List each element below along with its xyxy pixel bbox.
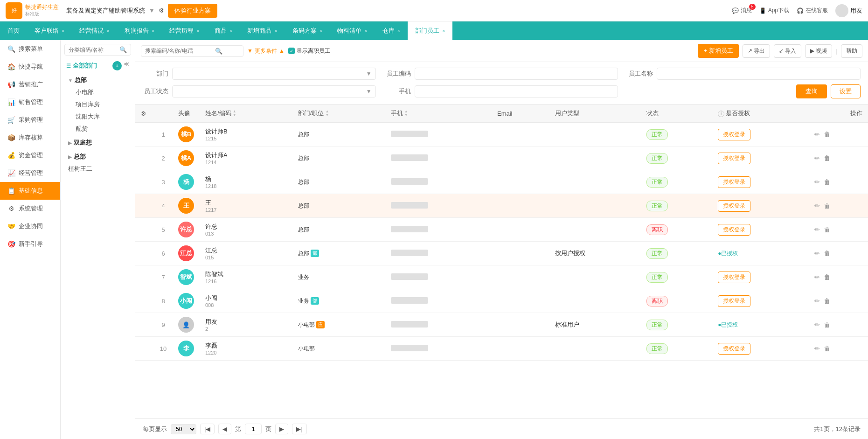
auth-login-btn[interactable]: 授权登录	[718, 129, 750, 140]
sidebar-item-库存核算[interactable]: 📦 库存核算	[0, 129, 60, 146]
per-page-select[interactable]: 50 20 100	[171, 424, 196, 434]
sidebar-item-搜索菜单[interactable]: 🔍 搜索菜单	[0, 40, 60, 58]
dropdown-arrow-icon[interactable]: ▼	[149, 7, 155, 14]
page-number-input[interactable]	[245, 424, 262, 434]
nav-tab-商品[interactable]: 商品×	[207, 21, 240, 40]
delete-btn[interactable]: 🗑	[824, 321, 830, 328]
user-avatar-area[interactable]: 用友	[835, 4, 862, 17]
filter-dept-select[interactable]: ▼	[172, 68, 376, 80]
delete-btn[interactable]: 🗑	[824, 154, 830, 162]
help-btn[interactable]: 帮助	[841, 44, 862, 58]
search-btn[interactable]: 查询	[796, 84, 827, 98]
sidebar-item-资金管理[interactable]: 💰 资金管理	[0, 146, 60, 164]
nav-tab-经营历程[interactable]: 经营历程×	[162, 21, 207, 40]
sidebar-item-经营管理[interactable]: 📈 经营管理	[0, 164, 60, 182]
delete-btn[interactable]: 🗑	[824, 178, 830, 186]
search-input[interactable]	[145, 48, 215, 54]
edit-btn[interactable]: ✏	[814, 345, 820, 352]
show-resigned-checkbox[interactable]: ✓	[288, 48, 295, 54]
edit-btn[interactable]: ✏	[814, 154, 820, 162]
import-btn[interactable]: ↙ 导入	[774, 44, 801, 58]
edit-btn[interactable]: ✏	[814, 273, 820, 281]
col-settings[interactable]: ⚙	[135, 105, 154, 123]
delete-btn[interactable]: 🗑	[824, 131, 830, 138]
close-tab-icon[interactable]: ×	[274, 28, 277, 34]
auth-login-btn[interactable]: 授权登录	[718, 176, 750, 188]
dept-item-shenyang[interactable]: 沈阳大库	[72, 111, 131, 123]
view-btn[interactable]: ▶ 视频	[805, 44, 832, 58]
filter-phone-input[interactable]	[415, 85, 618, 98]
auth-login-btn[interactable]: 授权登录	[718, 343, 750, 355]
delete-btn[interactable]: 🗑	[824, 202, 830, 209]
edit-btn[interactable]: ✏	[814, 250, 820, 257]
search-input-wrap[interactable]: 🔍	[141, 45, 243, 57]
edit-btn[interactable]: ✏	[814, 321, 820, 328]
export-btn[interactable]: ↗ 导出	[743, 44, 770, 58]
sidebar-item-快捷导航[interactable]: 🏠 快捷导航	[0, 58, 60, 76]
dept-search-input[interactable]	[69, 47, 119, 53]
online-support-btn[interactable]: 🎧 在线客服	[797, 7, 828, 14]
delete-btn[interactable]: 🗑	[824, 297, 830, 305]
auth-login-btn[interactable]: 授权登录	[718, 153, 750, 164]
next-page-btn[interactable]: ▶	[275, 424, 288, 434]
nav-tab-物料清单[interactable]: 物料清单×	[330, 21, 375, 40]
close-tab-icon[interactable]: ×	[229, 28, 232, 34]
nav-tab-条码方案[interactable]: 条码方案×	[285, 21, 330, 40]
dept-tree-group-1[interactable]: ▼总部	[64, 74, 131, 86]
dept-search-box[interactable]: 🔍	[64, 44, 131, 56]
auth-login-btn[interactable]: 授权登录	[718, 295, 750, 307]
auth-login-btn[interactable]: 授权登录	[718, 200, 750, 212]
delete-btn[interactable]: 🗑	[824, 273, 830, 281]
col-nameCode[interactable]: 姓名/编码 ▲▼	[200, 105, 292, 123]
sidebar-item-新手引导[interactable]: 🎯 新手引导	[0, 235, 60, 253]
filter-status-select[interactable]: ▼	[172, 85, 376, 98]
dept-collapse-btn[interactable]: ≪	[124, 61, 129, 70]
close-tab-icon[interactable]: ×	[397, 28, 400, 34]
close-tab-icon[interactable]: ×	[106, 28, 109, 34]
delete-btn[interactable]: 🗑	[824, 250, 830, 257]
nav-tab-利润报告[interactable]: 利润报告×	[117, 21, 162, 40]
edit-btn[interactable]: ✏	[814, 202, 820, 209]
more-filter-btn[interactable]: ▼ 更多条件 ▲	[247, 47, 285, 55]
delete-btn[interactable]: 🗑	[824, 345, 830, 352]
set-btn[interactable]: 设置	[831, 84, 861, 98]
dept-item-xmkf[interactable]: 项目库房	[72, 98, 131, 111]
search-submit-icon[interactable]: 🔍	[215, 48, 222, 55]
nav-tab-仓库[interactable]: 仓库×	[375, 21, 408, 40]
col-dept[interactable]: 部门/职位 ▲▼	[292, 105, 385, 123]
nav-tab-部门员工[interactable]: 部门员工×	[408, 21, 452, 40]
close-tab-icon[interactable]: ×	[62, 28, 64, 34]
dept-tree-group-3[interactable]: ▶总部	[64, 151, 131, 163]
sidebar-item-销售管理[interactable]: 📊 销售管理	[0, 93, 60, 111]
sidebar-item-企业协同[interactable]: 🤝 企业协同	[0, 217, 60, 235]
gear-icon[interactable]: ⚙	[159, 7, 164, 14]
nav-tab-首页[interactable]: 首页	[0, 21, 27, 40]
message-btn[interactable]: 💬 消息 5	[732, 7, 752, 14]
dept-item-xiaodian[interactable]: 小电部	[72, 86, 131, 98]
auth-info-icon[interactable]: i	[718, 111, 724, 117]
all-dept-label[interactable]: 全部部门	[73, 62, 97, 70]
dept-item-peihuo[interactable]: 配货	[72, 123, 131, 135]
dept-add-btn[interactable]: +	[112, 61, 122, 70]
filter-empname-input[interactable]	[657, 68, 861, 80]
edit-btn[interactable]: ✏	[814, 297, 820, 305]
try-btn[interactable]: 体验行业方案	[168, 4, 217, 18]
close-tab-icon[interactable]: ×	[364, 28, 367, 34]
sidebar-item-系统管理[interactable]: ⚙ 系统管理	[0, 200, 60, 217]
dept-tree-group-2[interactable]: ▶双庭想	[64, 137, 131, 149]
close-tab-icon[interactable]: ×	[196, 28, 199, 34]
add-employee-btn[interactable]: + 新增员工	[698, 44, 738, 58]
last-page-btn[interactable]: ▶|	[292, 424, 306, 434]
col-phone[interactable]: 手机 ▲▼	[385, 105, 492, 123]
nav-tab-客户联络[interactable]: 客户联络×	[27, 21, 72, 40]
sidebar-item-营销推广[interactable]: 📢 营销推广	[0, 76, 60, 93]
close-tab-icon[interactable]: ×	[152, 28, 154, 34]
edit-btn[interactable]: ✏	[814, 131, 820, 138]
close-tab-icon[interactable]: ×	[319, 28, 322, 34]
show-resigned-wrap[interactable]: ✓ 显示离职员工	[288, 47, 330, 55]
filter-empcode-input[interactable]	[415, 68, 618, 80]
auth-login-btn[interactable]: 授权登录	[718, 224, 750, 236]
app-download-btn[interactable]: 📱 App下载	[759, 7, 789, 14]
prev-page-btn[interactable]: ◀	[218, 424, 231, 434]
sidebar-item-基础信息[interactable]: 📋 基础信息	[0, 182, 60, 200]
